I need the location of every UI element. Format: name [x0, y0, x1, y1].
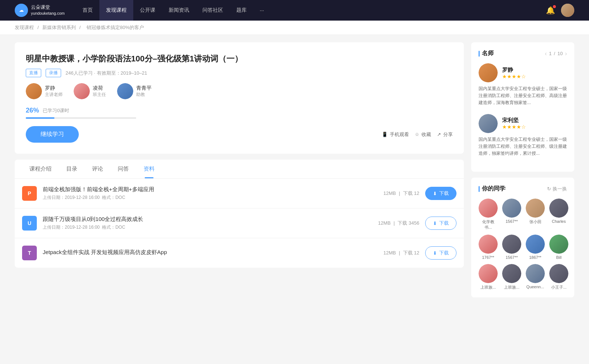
teachers-prev-button[interactable]: ‹: [545, 50, 547, 57]
classmates-grid: 化学教书... 1567** 张小田: [479, 199, 567, 290]
breadcrumb: 发现课程 / 新媒体营销系列 / 销冠修炼术搞定80%的客户: [0, 21, 589, 35]
teacher-1-name: 罗静: [45, 85, 63, 92]
file-stats-3: 12MB|下载 12: [384, 250, 419, 256]
classmate-10[interactable]: 上班族...: [502, 264, 521, 290]
teacher-3-name: 青青平: [136, 85, 152, 92]
continue-button[interactable]: 继续学习: [26, 126, 79, 143]
classmate-6[interactable]: 1567**: [502, 235, 521, 260]
download-button-3[interactable]: ⬇ 下载: [425, 246, 456, 260]
tab-review[interactable]: 评论: [85, 160, 110, 178]
classmate-8-avatar: [549, 235, 568, 254]
nav-item-qa[interactable]: 问答社区: [196, 0, 230, 21]
teacher-3-info: 青青平 助教: [136, 85, 152, 98]
classmate-1[interactable]: 化学教书...: [479, 199, 498, 230]
teacher-2-role: 班主任: [93, 92, 106, 98]
tabs-header: 课程介绍 目录 评论 问答 资料: [15, 160, 464, 179]
tab-qa[interactable]: 问答: [110, 160, 136, 178]
teachers-next-button[interactable]: ›: [565, 50, 567, 57]
classmate-4[interactable]: Charles: [549, 199, 568, 230]
tab-intro[interactable]: 课程介绍: [22, 160, 59, 178]
classmate-1-name: 化学教书...: [479, 219, 498, 230]
download-label-2: 下载: [439, 220, 449, 226]
classmate-8[interactable]: Bill: [549, 235, 568, 260]
teacher-1-role: 主讲老师: [45, 92, 63, 98]
course-card: 明星中教授课，小学阶段语法100分–强化级第1讲动词（一） 直播 录播 246人…: [15, 42, 464, 154]
nav-item-news[interactable]: 新闻资讯: [162, 0, 196, 21]
nav-logo[interactable]: ☁ 云朵课堂yundouketang.com: [15, 4, 65, 17]
classmate-10-name: 上班族...: [504, 285, 519, 290]
file-info-2: 跟随千万级项目从0到100全过程高效成长 上传日期：2019-12-28 16:…: [43, 216, 372, 231]
classmates-panel: 你的同学 ↻ 换一换 化学教书... 1567**: [471, 178, 574, 297]
breadcrumb-link-discover[interactable]: 发现课程: [15, 25, 34, 30]
teacher-1: 罗静 主讲老师: [26, 83, 63, 99]
nav-item-discover[interactable]: 发现课程: [99, 0, 133, 21]
download-icon-2: ⬇: [433, 221, 437, 226]
breadcrumb-sep-1: /: [38, 25, 40, 30]
mobile-icon: 📱: [382, 132, 388, 137]
classmate-2[interactable]: 1567**: [502, 199, 521, 230]
teacher-card-2-top: 宋利坚 ★★★★☆: [479, 114, 567, 133]
classmate-5-img: [479, 235, 498, 254]
classmate-3[interactable]: 张小田: [526, 199, 545, 230]
collect-button[interactable]: ☆ 收藏: [415, 131, 431, 138]
breadcrumb-link-series[interactable]: 新媒体营销系列: [42, 25, 76, 30]
user-avatar[interactable]: [561, 4, 574, 17]
classmate-4-avatar: [549, 199, 568, 218]
file-item-3: T Jetpack全组件实战 开发短视频应用高仿皮皮虾App 12MB|下载 1…: [15, 238, 464, 268]
main-content: 明星中教授课，小学阶段语法100分–强化级第1讲动词（一） 直播 录播 246人…: [15, 42, 464, 303]
notification-bell[interactable]: 🔔: [546, 6, 555, 15]
tab-material[interactable]: 资料: [136, 160, 162, 178]
classmate-6-avatar: [502, 235, 521, 254]
file-stats-1: 12MB|下载 12: [384, 190, 419, 197]
download-icon-1: ⬇: [433, 191, 437, 196]
classmate-1-avatar: [479, 199, 498, 218]
classmate-12[interactable]: 小王子...: [549, 264, 568, 290]
nav-item-public[interactable]: 公开课: [133, 0, 162, 21]
nav-item-home[interactable]: 首页: [76, 0, 99, 21]
mobile-watch-button[interactable]: 📱 手机观看: [382, 131, 409, 138]
classmate-9[interactable]: 上班族...: [479, 264, 498, 290]
progress-section: 26% 已学习0课时: [26, 107, 453, 119]
tab-catalog[interactable]: 目录: [59, 160, 85, 178]
teacher-2-name: 凌荷: [93, 85, 106, 92]
star-icon: ☆: [415, 132, 419, 137]
download-button-2[interactable]: ⬇ 下载: [425, 217, 456, 230]
file-name-1: 前端全栈加强版！前端全栈+全周期+多端应用: [43, 186, 378, 193]
refresh-classmates-button[interactable]: ↻ 换一换: [547, 186, 567, 192]
teacher-card-1: 罗静 ★★★★☆ 国内某重点大学安全工程专业硕士，国家一级注册消防工程师、注册安…: [479, 63, 567, 107]
file-name-3: Jetpack全组件实战 开发短视频应用高仿皮皮虾App: [43, 249, 378, 256]
file-icon-3: T: [22, 246, 37, 260]
classmate-11[interactable]: Queenn...: [526, 264, 545, 290]
classmates-panel-header: 你的同学 ↻ 换一换: [479, 185, 567, 193]
classmate-10-img: [502, 264, 521, 283]
classmate-7-name: 1867**: [529, 255, 541, 260]
download-button-1[interactable]: ⬇ 下载: [425, 187, 456, 200]
share-button[interactable]: ↗ 分享: [437, 131, 453, 138]
classmate-3-name: 张小田: [529, 219, 542, 225]
course-meta: 直播 录播 246人已学习 · 有效期至：2019–10–21: [26, 69, 453, 77]
classmate-2-name: 1567**: [505, 219, 518, 224]
collect-label: 收藏: [422, 131, 431, 138]
teacher-card-2-name: 宋利坚: [502, 117, 526, 124]
classmate-5-avatar: [479, 235, 498, 254]
sidebar: 名师 ‹ 1 / 10 › 罗静 ★★★★☆: [471, 42, 574, 303]
classmate-5[interactable]: 1767**: [479, 235, 498, 260]
classmate-11-avatar: [526, 264, 545, 283]
nav-right: 🔔: [546, 4, 574, 17]
nav-item-more[interactable]: ···: [253, 0, 271, 21]
classmate-8-name: Bill: [556, 255, 562, 260]
classmate-11-name: Queenn...: [526, 285, 544, 289]
teacher-1-avatar: [26, 83, 42, 99]
classmate-10-avatar: [502, 264, 521, 283]
teachers-total: 10: [557, 51, 562, 56]
teacher-card-1-info: 罗静 ★★★★☆: [502, 67, 526, 79]
share-label: 分享: [443, 131, 453, 138]
classmate-7[interactable]: 1867**: [526, 235, 545, 260]
nav-item-quiz[interactable]: 题库: [230, 0, 253, 21]
classmate-3-avatar: [526, 199, 545, 218]
main-layout: 明星中教授课，小学阶段语法100分–强化级第1讲动词（一） 直播 录播 246人…: [0, 35, 589, 311]
share-icon: ↗: [437, 132, 441, 137]
teacher-2: 凌荷 班主任: [74, 83, 106, 99]
teacher-2-info: 凌荷 班主任: [93, 85, 106, 98]
classmates-panel-title: 你的同学: [479, 185, 505, 193]
